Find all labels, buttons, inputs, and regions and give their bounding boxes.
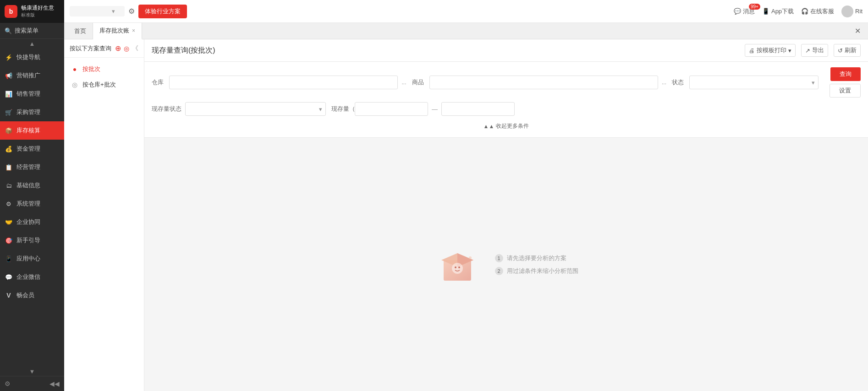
settings-button[interactable]: 设置 [830,84,861,98]
sidebar-scroll-up[interactable]: ▲ [0,39,64,48]
status-select[interactable] [689,76,819,89]
topbar-search-area[interactable]: ▾ [70,6,125,16]
sidebar-nav: ⚡ 快捷导航 📢 营销推广 📊 销售管理 🛒 采购管理 📦 库存核算 💰 资金管… [0,48,64,367]
sidebar: b 畅康通好生意 标准版 🔍 搜索菜单 ▲ ⚡ 快捷导航 📢 营销推广 📊 销售… [0,0,64,391]
app-download-button[interactable]: 📱 App下载 [762,7,794,16]
sidebar-item-label: 资金管理 [16,145,40,153]
stock-qty-label: 现存量（主） [331,105,351,113]
newbie-icon: 🎯 [5,236,13,244]
manage-scheme-button[interactable]: ◎ [124,45,129,52]
collapse-filter-button[interactable]: ▲▲ 收起更多条件 [152,120,861,132]
empty-state-illustration [434,242,480,288]
marketing-icon: 📢 [5,71,13,80]
warehouse-more-button[interactable]: ... [401,79,406,86]
message-button[interactable]: 💬 消息 99+ [734,7,755,16]
sidebar-item-wechat[interactable]: 💬 企业微信 [0,268,64,286]
topbar-chevron-icon[interactable]: ▾ [112,8,115,15]
empty-tip-2: 2 用过滤条件来缩小分析范围 [495,267,578,275]
message-icon: 💬 [734,8,741,15]
sidebar-item-enterprise[interactable]: 🤝 企业协同 [0,213,64,231]
system-icon: ⚙ [5,200,13,208]
sidebar-search[interactable]: 🔍 搜索菜单 [0,23,64,39]
tab-close-right-icon[interactable]: ✕ [851,27,864,35]
topbar-right: 💬 消息 99+ 📱 App下载 🎧 在线客服 Rit [734,5,863,17]
stock-qty-to-input[interactable] [441,102,515,116]
empty-state-content: 1 请先选择要分析的方案 2 用过滤条件来缩小分析范围 [434,242,578,288]
sidebar-item-operation[interactable]: 📋 经营管理 [0,158,64,176]
topbar-search-input[interactable] [73,8,110,15]
add-scheme-button[interactable]: ⊕ [115,44,121,53]
refresh-button[interactable]: ↺ 刷新 [834,44,861,57]
operation-icon: 📋 [5,163,13,171]
filter-action-buttons: 查询 设置 [830,67,861,98]
sidebar-item-label: 库存核算 [16,126,40,135]
quick-nav-icon: ⚡ [5,53,13,61]
collapse-sidebar-icon[interactable]: ◀◀ [49,380,60,387]
print-chevron-icon[interactable]: ▾ [788,47,791,54]
user-name: Rit [855,8,863,15]
stock-status-filter-group: 现存量状态 ▾ [152,102,326,116]
collapse-filter-label: 收起更多条件 [496,122,529,130]
page-actions: 🖨 按模板打印 ▾ ↗ 导出 ↺ 刷新 [745,44,861,57]
tab-active-label: 库存批次账 [99,27,129,35]
sidebar-item-system[interactable]: ⚙ 系统管理 [0,195,64,213]
tab-close-icon[interactable]: × [132,27,135,34]
app-name: 畅康通好生意 [21,5,54,12]
user-avatar [841,5,853,17]
refresh-icon: ↺ [838,47,843,54]
sidebar-item-purchase[interactable]: 🛒 采购管理 [0,103,64,121]
sidebar-item-vip[interactable]: V 畅会员 [0,286,64,304]
sidebar-item-app-center[interactable]: 📱 应用中心 [0,250,64,268]
print-button[interactable]: 🖨 按模板打印 ▾ [745,44,796,57]
tip-num-1: 1 [495,254,503,262]
sidebar-footer: ⚙ ◀◀ [0,376,64,391]
sidebar-item-basics[interactable]: 🗂 基础信息 [0,176,64,195]
refresh-label: 刷新 [845,46,857,54]
sidebar-item-finance[interactable]: 💰 资金管理 [0,140,64,158]
left-panel: 按以下方案查询 ⊕ ◎ 《 ● 按批次 ◎ 按仓库+批次 [64,39,144,391]
tab-home-label: 首页 [74,27,86,35]
warehouse-input[interactable] [169,76,398,89]
user-menu[interactable]: Rit [841,5,863,17]
export-label: 导出 [812,46,824,54]
export-button[interactable]: ↗ 导出 [801,44,828,57]
collapse-left-panel-button[interactable]: 《 [132,44,138,53]
content-area: 按以下方案查询 ⊕ ◎ 《 ● 按批次 ◎ 按仓库+批次 [64,39,868,391]
stock-qty-from-input[interactable] [355,102,428,116]
service-icon: 🎧 [801,8,808,15]
stock-status-select[interactable] [185,102,326,116]
sidebar-item-label: 采购管理 [16,108,40,116]
topbar-gear-icon[interactable]: ⚙ [128,7,135,16]
collapse-arrow-icon: ▲▲ [483,123,494,130]
online-service-button[interactable]: 🎧 在线客服 [801,7,834,16]
filter-row-1: 仓库 ... 商品 ... 状态 [152,67,861,98]
sidebar-scroll-down[interactable]: ▼ [0,367,64,376]
trial-button[interactable]: 体验行业方案 [138,5,187,18]
sidebar-item-marketing[interactable]: 📢 营销推广 [0,66,64,85]
filter-row-2: 现存量状态 ▾ 现存量（主） — [152,102,861,116]
scheme-by-warehouse-batch[interactable]: ◎ 按仓库+批次 [64,77,144,92]
tabbar: 首页 库存批次账 × ✕ [64,23,868,39]
product-input[interactable] [429,76,658,89]
tip-text-2: 用过滤条件来缩小分析范围 [507,267,578,275]
stock-status-label: 现存量状态 [152,105,181,113]
left-panel-title: 按以下方案查询 [70,44,111,53]
sidebar-brand-info: 畅康通好生意 标准版 [21,5,54,18]
sidebar-item-inventory[interactable]: 📦 库存核算 [0,121,64,140]
status-label: 状态 [672,78,686,87]
export-icon: ↗ [805,47,810,54]
tab-home[interactable]: 首页 [68,23,93,39]
sidebar-item-sales[interactable]: 📊 销售管理 [0,85,64,103]
scheme-by-warehouse-batch-label: 按仓库+批次 [82,81,116,89]
sidebar-item-quick-nav[interactable]: ⚡ 快捷导航 [0,48,64,66]
sidebar-item-label: 基础信息 [16,181,40,190]
product-more-button[interactable]: ... [662,79,666,86]
sidebar-item-newbie[interactable]: 🎯 新手引导 [0,231,64,250]
scheme-by-batch[interactable]: ● 按批次 [64,61,144,77]
settings-footer-icon[interactable]: ⚙ [5,380,11,387]
tab-inventory-batch[interactable]: 库存批次账 × [93,23,142,39]
product-filter-group: 商品 ... [412,76,667,89]
tip-num-2: 2 [495,267,503,275]
query-button[interactable]: 查询 [830,67,861,81]
service-label: 在线客服 [810,7,834,16]
